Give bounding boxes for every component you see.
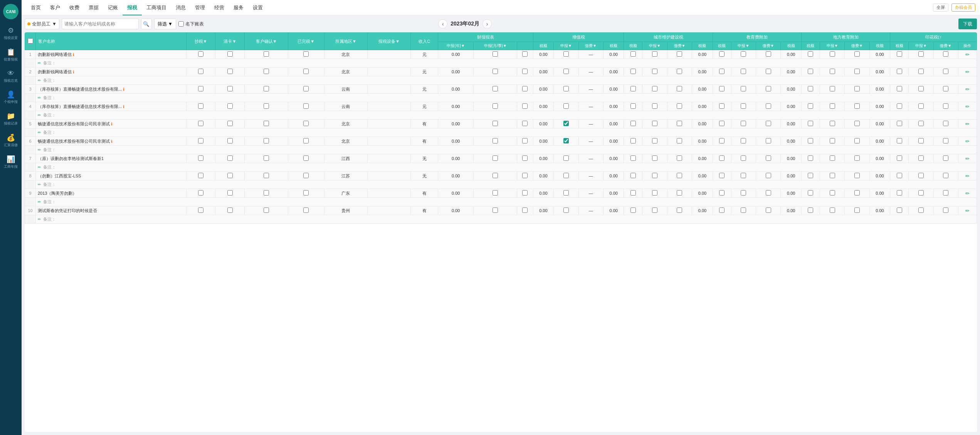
- edu-amount-cb[interactable]: [719, 86, 724, 91]
- fin-monthly-checkbox[interactable]: [522, 138, 528, 143]
- fin-annual-checkbox[interactable]: [493, 190, 498, 196]
- local-apply-cb[interactable]: [830, 69, 835, 74]
- stamp-pay-cb[interactable]: [943, 103, 948, 109]
- city-pay-cb[interactable]: [677, 190, 682, 196]
- local-apply-cb[interactable]: [830, 86, 835, 91]
- named-check-checkbox[interactable]: [178, 21, 184, 27]
- stamp-amount-cb[interactable]: [897, 190, 902, 196]
- chaoshu-checkbox[interactable]: [198, 138, 203, 143]
- city-apply-cb[interactable]: [652, 86, 657, 91]
- city-apply-cb[interactable]: [652, 138, 657, 143]
- sidebar-item-batch-tax[interactable]: 📋 批量报税: [0, 44, 22, 66]
- edu-pay-cb[interactable]: [766, 173, 771, 178]
- confirm-checkbox[interactable]: [264, 69, 269, 74]
- fin-annual-checkbox[interactable]: [493, 138, 498, 143]
- stamp-apply-cb[interactable]: [918, 207, 924, 213]
- edu-apply-cb[interactable]: [741, 207, 746, 213]
- city-amount-cb[interactable]: [630, 121, 636, 126]
- nav-billing[interactable]: 收费: [65, 0, 84, 15]
- city-amount-cb[interactable]: [630, 155, 636, 161]
- stamp-pay-cb[interactable]: [943, 155, 948, 161]
- paid-checkbox[interactable]: [303, 103, 309, 109]
- stamp-apply-cb[interactable]: [918, 51, 924, 57]
- sidebar-item-tax-overview[interactable]: 👁 报税总览: [0, 66, 22, 87]
- fin-annual-checkbox[interactable]: [493, 51, 498, 57]
- stamp-apply-cb[interactable]: [918, 69, 924, 74]
- city-pay-cb[interactable]: [677, 155, 682, 161]
- vat-apply-checkbox[interactable]: [563, 173, 569, 178]
- local-pay-cb[interactable]: [854, 86, 860, 91]
- local-amount-cb[interactable]: [808, 51, 813, 57]
- city-apply-cb[interactable]: [652, 207, 657, 213]
- prev-month-button[interactable]: ‹: [438, 19, 447, 29]
- edit-icon[interactable]: ✏: [965, 52, 970, 57]
- chaoshu-checkbox[interactable]: [198, 103, 203, 109]
- edu-amount-cb[interactable]: [719, 51, 724, 57]
- local-pay-cb[interactable]: [854, 207, 860, 213]
- chaoshu-checkbox[interactable]: [198, 173, 203, 178]
- vip-button[interactable]: 办稿会员: [951, 3, 975, 12]
- stamp-amount-cb[interactable]: [897, 51, 902, 57]
- edu-apply-cb[interactable]: [741, 155, 746, 161]
- qingka-checkbox[interactable]: [227, 121, 233, 126]
- edit-icon[interactable]: ✏: [965, 173, 970, 179]
- city-pay-cb[interactable]: [677, 207, 682, 213]
- local-pay-cb[interactable]: [854, 155, 860, 161]
- fin-monthly-checkbox[interactable]: [522, 103, 528, 109]
- stamp-apply-cb[interactable]: [918, 86, 924, 91]
- stamp-pay-cb[interactable]: [943, 207, 948, 213]
- city-amount-cb[interactable]: [630, 69, 636, 74]
- edit-icon[interactable]: ✏: [965, 156, 970, 162]
- qingka-checkbox[interactable]: [227, 51, 233, 57]
- city-pay-cb[interactable]: [677, 51, 682, 57]
- select-all-checkbox[interactable]: [28, 38, 33, 44]
- paid-checkbox[interactable]: [303, 155, 309, 161]
- edit-icon[interactable]: ✏: [965, 121, 970, 127]
- edu-amount-cb[interactable]: [719, 190, 724, 196]
- fin-monthly-checkbox[interactable]: [522, 51, 528, 57]
- city-pay-cb[interactable]: [677, 86, 682, 91]
- nav-home[interactable]: 首页: [26, 0, 45, 15]
- vat-apply-checkbox[interactable]: [563, 207, 569, 213]
- vat-apply-checkbox[interactable]: [563, 138, 569, 143]
- fin-annual-checkbox[interactable]: [493, 173, 498, 178]
- edit-icon[interactable]: ✏: [965, 86, 970, 92]
- qingka-checkbox[interactable]: [227, 138, 233, 143]
- city-pay-cb[interactable]: [677, 138, 682, 143]
- nav-service[interactable]: 服务: [229, 0, 248, 15]
- city-pay-cb[interactable]: [677, 173, 682, 178]
- next-month-button[interactable]: ›: [482, 19, 492, 29]
- fin-annual-checkbox[interactable]: [493, 155, 498, 161]
- paid-checkbox[interactable]: [303, 86, 309, 91]
- fin-annual-checkbox[interactable]: [493, 121, 498, 126]
- local-amount-cb[interactable]: [808, 69, 813, 74]
- fin-monthly-checkbox[interactable]: [522, 86, 528, 91]
- stamp-amount-cb[interactable]: [897, 121, 902, 126]
- vat-apply-checkbox[interactable]: [563, 121, 569, 126]
- local-pay-cb[interactable]: [854, 103, 860, 109]
- city-amount-cb[interactable]: [630, 207, 636, 213]
- edu-amount-cb[interactable]: [719, 69, 724, 74]
- city-amount-cb[interactable]: [630, 86, 636, 91]
- stamp-pay-cb[interactable]: [943, 121, 948, 126]
- search-button[interactable]: 🔍: [141, 19, 152, 29]
- local-pay-cb[interactable]: [854, 121, 860, 126]
- confirm-checkbox[interactable]: [264, 138, 269, 143]
- edu-amount-cb[interactable]: [719, 173, 724, 178]
- local-amount-cb[interactable]: [808, 173, 813, 178]
- vat-apply-checkbox[interactable]: [563, 51, 569, 57]
- edu-apply-cb[interactable]: [741, 69, 746, 74]
- chaoshu-checkbox[interactable]: [198, 51, 203, 57]
- stamp-apply-cb[interactable]: [918, 155, 924, 161]
- qingka-checkbox[interactable]: [227, 69, 233, 74]
- nav-invoice[interactable]: 票据: [84, 0, 103, 15]
- chaoshu-checkbox[interactable]: [198, 155, 203, 161]
- city-pay-cb[interactable]: [677, 121, 682, 126]
- local-amount-cb[interactable]: [808, 138, 813, 143]
- fin-monthly-checkbox[interactable]: [522, 173, 528, 178]
- qingka-checkbox[interactable]: [227, 173, 233, 178]
- city-amount-cb[interactable]: [630, 190, 636, 196]
- chaoshu-checkbox[interactable]: [198, 69, 203, 74]
- stamp-amount-cb[interactable]: [897, 207, 902, 213]
- stamp-pay-cb[interactable]: [943, 86, 948, 91]
